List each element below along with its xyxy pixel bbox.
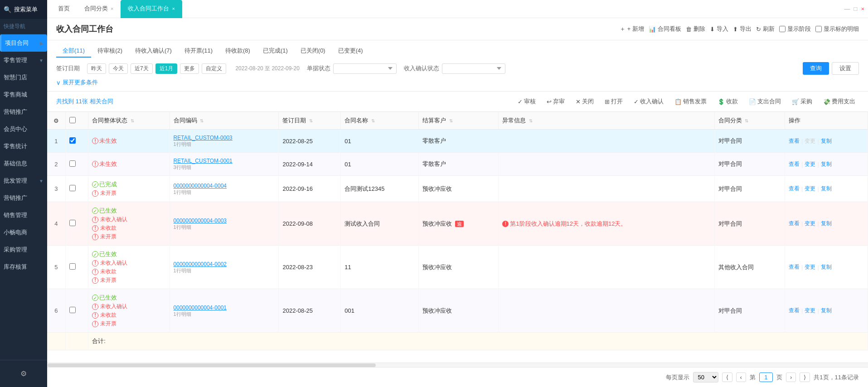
date-btn-last1month[interactable]: 近1月 [155,63,178,74]
action-copy[interactable]: 复制 [821,137,832,145]
tab-income-workbench[interactable]: 收入合同工作台 × [121,0,182,18]
td-checkbox[interactable] [65,289,88,333]
sort-icon[interactable]: ⇅ [449,118,453,123]
action-change[interactable]: 变更 [805,263,815,271]
sidebar-item-purchase[interactable]: 采购管理 [0,241,47,258]
sidebar-item-sales[interactable]: 销售管理 [0,207,47,224]
td-checkbox[interactable] [65,246,88,289]
tab-contract-cat-close[interactable]: × [111,6,113,11]
contract-code-link[interactable]: 0000000000004-0003 [174,218,227,224]
sort-icon[interactable]: ⇅ [745,118,748,123]
action-copy[interactable]: 复制 [821,307,832,314]
sub-tab-pending-review[interactable]: 待审核(2) [91,45,129,58]
action-copy[interactable]: 复制 [821,263,832,271]
new-button[interactable]: ＋ + 新增 [620,25,644,33]
sub-tab-pending-invoice[interactable]: 待开票(11) [178,45,219,58]
sub-tab-completed[interactable]: 已完成(1) [257,45,294,58]
sort-icon[interactable]: ⇅ [309,118,313,123]
page-size-select[interactable]: 50 10 20 100 [693,372,718,382]
action-income-confirm[interactable]: ✓ 收入确认 [630,96,667,107]
td-checkbox[interactable] [65,153,88,176]
action-copy[interactable]: 复制 [821,160,832,168]
sidebar-item-project[interactable]: 项目合同 ▶ [0,34,47,52]
show-detail-checkbox-item[interactable]: 显示标的明细 [815,25,859,33]
sub-tab-closed[interactable]: 已关闭(0) [294,45,332,58]
import-button[interactable]: ⬇ 导入 [710,25,728,33]
sidebar-item-marketing2[interactable]: 营销推广 [0,189,47,207]
action-view[interactable]: 查看 [789,137,800,145]
contract-board-button[interactable]: 📊 合同看板 [649,25,681,33]
first-page-button[interactable]: ⟨ [722,372,732,382]
sidebar-item-retail-mall[interactable]: 零售商城 [0,86,47,103]
sidebar-item-member[interactable]: 会员中心 [0,121,47,138]
contract-code-link[interactable]: RETAIL_CUSTOM-0001 [174,158,233,164]
refresh-button[interactable]: ↻ 刷新 [756,25,775,33]
action-view[interactable]: 查看 [789,220,800,227]
expand-filter-button[interactable]: ∨ 展开更多条件 [56,78,859,87]
delete-button[interactable]: 🗑 删除 [686,25,705,33]
date-btn-last7days[interactable]: 近7天 [131,63,153,74]
action-view[interactable]: 查看 [789,263,800,271]
sub-tab-all[interactable]: 全部(11) [56,45,91,58]
sidebar-item-wholesale[interactable]: 批发管理 ▼ [0,172,47,189]
action-collect[interactable]: 💲 收款 [714,96,742,107]
contract-code-link[interactable]: 0000000000004-0001 [174,305,227,311]
action-close[interactable]: ✕ 关闭 [572,96,597,107]
action-review[interactable]: ✓ 审核 [514,96,539,107]
show-fields-checkbox[interactable] [779,26,786,32]
action-view[interactable]: 查看 [789,185,800,193]
action-view[interactable]: 查看 [789,307,800,314]
sub-tab-pending-collection[interactable]: 待收款(8) [219,45,257,58]
query-button[interactable]: 查询 [803,62,829,75]
sub-tab-changed[interactable]: 已变更(4) [332,45,369,58]
sort-icon[interactable]: ⇅ [529,118,533,123]
sidebar-search[interactable]: 🔍 搜索菜单 [0,0,47,19]
action-change[interactable]: 变更 [805,220,815,227]
sidebar-settings-button[interactable]: ⚙ [4,365,44,382]
sidebar-item-retail[interactable]: 零售管理 ▼ [0,52,47,69]
scrollbar-thumb[interactable] [48,363,376,367]
income-confirm-select[interactable] [442,63,505,74]
td-checkbox[interactable] [65,130,88,153]
action-change[interactable]: 变更 [805,185,815,193]
date-btn-today[interactable]: 今天 [109,63,128,74]
row-checkbox[interactable] [69,137,76,144]
row-checkbox[interactable] [69,185,76,191]
window-minimize-icon[interactable]: — [844,5,850,12]
tab-contract-cat[interactable]: 合同分类 × [77,0,121,18]
window-close-icon[interactable]: × [861,5,864,12]
sub-tab-pending-income[interactable]: 待收入确认(7) [129,45,178,58]
sort-icon[interactable]: ⇅ [200,118,204,123]
action-expense-out[interactable]: 💸 费用支出 [820,96,859,107]
show-fields-checkbox-item[interactable]: 显示阶段 [779,25,811,33]
sidebar-item-marketing[interactable]: 营销推广 [0,103,47,121]
date-btn-custom[interactable]: 自定义 [202,63,226,74]
sidebar-item-inventory[interactable]: 库存核算 [0,258,47,276]
horizontal-scrollbar[interactable] [47,363,868,367]
action-copy[interactable]: 复制 [821,185,832,193]
action-change[interactable]: 变更 [805,137,815,145]
contract-code-link[interactable]: 0000000000004-0004 [174,183,227,189]
doc-status-select[interactable] [333,63,397,74]
action-expense-contract[interactable]: 📄 支出合同 [745,96,785,107]
select-all-checkbox[interactable] [69,117,76,123]
sidebar-item-smart-store[interactable]: 智慧门店 [0,69,47,86]
td-checkbox[interactable] [65,202,88,246]
contract-code-link[interactable]: 0000000000004-0002 [174,261,227,267]
sort-icon[interactable]: ⇅ [371,118,375,123]
action-purchase[interactable]: 🛒 采购 [788,96,816,107]
action-sales-invoice[interactable]: 📋 销售发票 [671,96,710,107]
action-copy[interactable]: 复制 [821,220,832,227]
row-checkbox[interactable] [69,307,76,313]
current-page-input[interactable]: 1 [759,372,773,382]
contract-code-link[interactable]: RETAIL_CUSTOM-0003 [174,135,233,141]
action-open[interactable]: ⊞ 打开 [601,96,626,107]
th-settings[interactable]: ⚙ [47,112,65,130]
sort-icon[interactable]: ⇅ [131,118,134,123]
action-abandon[interactable]: ↩ 弃审 [543,96,568,107]
row-checkbox[interactable] [69,263,76,270]
tab-income-workbench-close[interactable]: × [172,6,175,11]
prev-page-button[interactable]: ‹ [736,372,746,382]
sidebar-item-retail-stats[interactable]: 零售统计 [0,138,47,155]
th-checkbox[interactable] [65,112,88,130]
